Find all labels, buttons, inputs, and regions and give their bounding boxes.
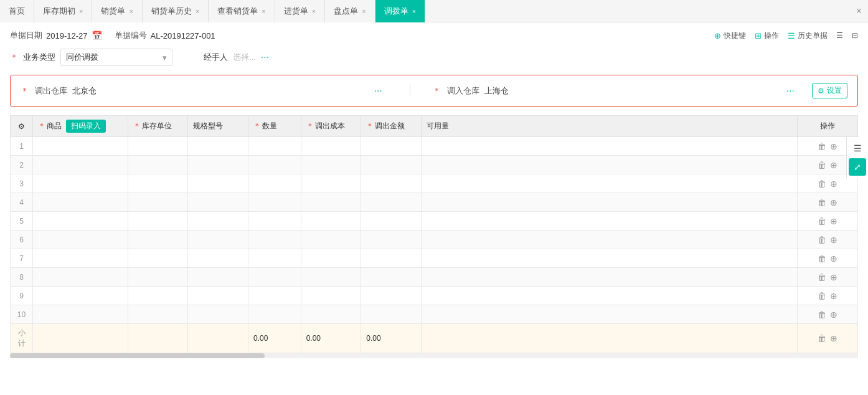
delete-row-icon[interactable]: 🗑 bbox=[818, 254, 826, 264]
cell-qty bbox=[248, 174, 301, 193]
cell-product[interactable] bbox=[33, 137, 128, 156]
delete-row-icon[interactable]: 🗑 bbox=[818, 160, 826, 170]
biz-type-required: ＊ bbox=[10, 52, 18, 63]
sidebar-expand-icon[interactable]: ⤢ bbox=[849, 158, 866, 176]
operation-action[interactable]: ⊞ 操作 bbox=[755, 31, 779, 41]
delete-row-icon[interactable]: 🗑 bbox=[818, 141, 826, 151]
biz-type-select[interactable]: 同价调拨 ▾ bbox=[60, 49, 172, 66]
tab-transfer[interactable]: 调拨单 × bbox=[375, 0, 425, 22]
scan-button[interactable]: 扫码录入 bbox=[66, 120, 106, 133]
tab-sales[interactable]: 销货单 × bbox=[92, 0, 142, 22]
cell-product[interactable] bbox=[33, 156, 128, 174]
cell-available bbox=[421, 137, 797, 156]
delete-row-icon[interactable]: 🗑 bbox=[818, 235, 826, 245]
settings-button[interactable]: ⚙ 设置 bbox=[812, 83, 847, 98]
cell-available bbox=[421, 305, 797, 324]
col-settings[interactable]: ⚙ bbox=[11, 116, 33, 137]
cell-product[interactable] bbox=[33, 231, 128, 249]
tab-transfer-close[interactable]: × bbox=[412, 7, 416, 15]
table-gear-icon[interactable]: ⚙ bbox=[18, 122, 25, 131]
cell-product[interactable] bbox=[33, 268, 128, 287]
tab-view-sales[interactable]: 查看销货单 × bbox=[209, 0, 275, 22]
cell-product[interactable] bbox=[33, 287, 128, 305]
tab-inventory-init-close[interactable]: × bbox=[79, 7, 83, 15]
cell-unit bbox=[128, 268, 188, 287]
tab-purchase[interactable]: 进货单 × bbox=[275, 0, 325, 22]
col-qty: ＊数量 bbox=[248, 116, 301, 137]
layout-icon-1[interactable]: ☰ bbox=[836, 31, 843, 40]
cell-product[interactable] bbox=[33, 305, 128, 324]
warehouse-row: ＊ 调出仓库 北京仓 ··· ＊ 调入仓库 上海仓 ··· ⚙ 设置 bbox=[21, 83, 847, 98]
cell-qty bbox=[248, 137, 301, 156]
row-number: 2 bbox=[11, 156, 33, 174]
tab-purchase-close[interactable]: × bbox=[312, 7, 316, 15]
delete-row-icon[interactable]: 🗑 bbox=[818, 291, 826, 301]
copy-row-icon[interactable]: ⊕ bbox=[830, 333, 837, 343]
shortcut-icon: ⊕ bbox=[714, 31, 721, 40]
delete-row-icon[interactable]: 🗑 bbox=[818, 310, 826, 320]
row-number: 小计 bbox=[11, 324, 33, 353]
copy-row-icon[interactable]: ⊕ bbox=[830, 160, 837, 170]
tab-home-label: 首页 bbox=[9, 6, 25, 17]
copy-row-icon[interactable]: ⊕ bbox=[830, 254, 837, 264]
delete-row-icon[interactable]: 🗑 bbox=[818, 216, 826, 226]
row-number: 9 bbox=[11, 287, 33, 305]
copy-row-icon[interactable]: ⊕ bbox=[830, 310, 837, 320]
copy-row-icon[interactable]: ⊕ bbox=[830, 216, 837, 226]
biz-type-field: ＊ 业务类型 同价调拨 ▾ bbox=[10, 49, 172, 66]
person-dots[interactable]: ··· bbox=[261, 52, 269, 63]
cell-product[interactable] bbox=[33, 174, 128, 193]
cell-available bbox=[421, 249, 797, 268]
in-warehouse-dots[interactable]: ··· bbox=[781, 85, 800, 97]
tab-stocktake-label: 盘点单 bbox=[334, 6, 358, 17]
copy-row-icon[interactable]: ⊕ bbox=[830, 179, 837, 189]
cell-cost bbox=[301, 212, 361, 231]
cell-amount: 0.00 bbox=[361, 324, 422, 353]
tab-sales-close[interactable]: × bbox=[129, 7, 133, 15]
out-warehouse-field: ＊ 调出仓库 北京仓 ··· bbox=[21, 85, 387, 97]
copy-row-icon[interactable]: ⊕ bbox=[830, 198, 837, 207]
shortcut-action[interactable]: ⊕ 快捷键 bbox=[714, 31, 746, 41]
copy-row-icon[interactable]: ⊕ bbox=[830, 291, 837, 301]
cell-product bbox=[33, 324, 128, 353]
tab-sales-history[interactable]: 销货单历史 × bbox=[143, 0, 209, 22]
window-close-icon[interactable]: × bbox=[856, 6, 862, 17]
tab-home[interactable]: 首页 bbox=[0, 0, 34, 22]
out-warehouse-label: 调出仓库 bbox=[35, 85, 67, 97]
copy-row-icon[interactable]: ⊕ bbox=[830, 141, 837, 151]
cell-unit bbox=[128, 305, 188, 324]
operation-label: 操作 bbox=[764, 31, 779, 41]
copy-row-icon[interactable]: ⊕ bbox=[830, 272, 837, 282]
cell-op: 🗑⊕ bbox=[798, 212, 858, 231]
delete-row-icon[interactable]: 🗑 bbox=[818, 272, 826, 282]
table-row: 1🗑⊕ bbox=[11, 137, 858, 156]
calendar-icon[interactable]: 📅 bbox=[92, 31, 102, 40]
out-warehouse-dots[interactable]: ··· bbox=[369, 85, 387, 97]
cell-unit bbox=[128, 324, 188, 353]
tab-stocktake-close[interactable]: × bbox=[362, 7, 366, 15]
sidebar-list-icon[interactable]: ☰ bbox=[849, 140, 866, 157]
delete-row-icon[interactable]: 🗑 bbox=[818, 333, 826, 343]
cell-product[interactable] bbox=[33, 249, 128, 268]
delete-row-icon[interactable]: 🗑 bbox=[818, 179, 826, 189]
history-action[interactable]: ☰ 历史单据 bbox=[788, 31, 828, 41]
cell-cost bbox=[301, 249, 361, 268]
doc-value: AL-20191227-001 bbox=[151, 31, 215, 40]
tab-stocktake[interactable]: 盘点单 × bbox=[325, 0, 375, 22]
tab-view-sales-close[interactable]: × bbox=[262, 7, 265, 15]
cell-product[interactable] bbox=[33, 212, 128, 231]
col-product: ＊商品 扫码录入 bbox=[33, 116, 128, 137]
person-placeholder[interactable]: 选择... bbox=[233, 52, 256, 63]
delete-row-icon[interactable]: 🗑 bbox=[818, 198, 826, 207]
tab-inventory-init[interactable]: 库存期初 × bbox=[34, 0, 92, 22]
cell-op: 🗑⊕ bbox=[798, 231, 858, 249]
layout-icon-2[interactable]: ⊟ bbox=[852, 31, 858, 40]
scrollbar-thumb[interactable] bbox=[10, 353, 265, 358]
copy-row-icon[interactable]: ⊕ bbox=[830, 235, 837, 245]
cell-qty bbox=[248, 305, 301, 324]
warehouse-box: ＊ 调出仓库 北京仓 ··· ＊ 调入仓库 上海仓 ··· ⚙ 设置 bbox=[10, 75, 858, 107]
col-amount: ＊调出金额 bbox=[361, 116, 422, 137]
cell-product[interactable] bbox=[33, 193, 128, 212]
tab-sales-history-close[interactable]: × bbox=[196, 7, 199, 15]
horizontal-scrollbar[interactable] bbox=[10, 353, 858, 358]
